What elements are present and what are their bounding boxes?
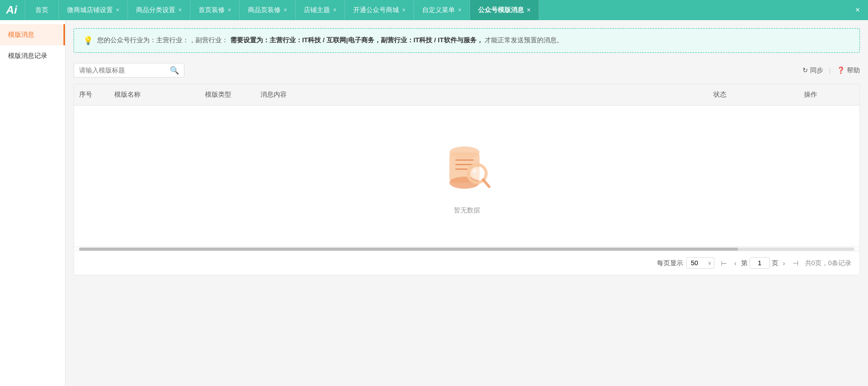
page-nav: ⊢ ‹ 第 页 › ⊣ <box>718 257 800 269</box>
nav-tab-label-shop-theme: 店铺主题 <box>304 6 330 15</box>
nav-tab-close-product-decor[interactable]: × <box>284 7 287 14</box>
search-input[interactable] <box>74 63 184 78</box>
nav-tab-close-shop-theme[interactable]: × <box>333 7 337 14</box>
logo: Ai <box>0 0 25 20</box>
page-layout: 模版消息模版消息记录 💡 您的公众号行业为：主营行业：，副营行业： 需要设置为：… <box>0 20 868 386</box>
prev-page-button[interactable]: ‹ <box>731 258 739 268</box>
empty-text: 暂无数据 <box>454 206 480 215</box>
table-col-1: 模版名称 <box>109 84 200 105</box>
per-page-label: 每页显示 <box>657 259 683 268</box>
pagination: 每页显示 50 10 20 100 ⊢ ‹ 第 页 <box>74 251 859 275</box>
notice-icon: 💡 <box>83 36 93 45</box>
nav-tab-wechat-shop[interactable]: 微商城店铺设置× <box>59 0 128 20</box>
nav-tab-custom-menu[interactable]: 自定义菜单× <box>414 0 470 20</box>
table-col-3: 消息内容 <box>255 84 708 105</box>
svg-point-9 <box>473 169 477 173</box>
svg-line-8 <box>483 180 489 187</box>
page-size-dropdown[interactable]: 50 10 20 100 <box>686 257 714 269</box>
help-icon: ❓ <box>837 66 845 74</box>
nav-tab-label-template-msg: 公众号模版消息 <box>478 6 524 15</box>
first-page-button[interactable]: ⊢ <box>718 258 729 268</box>
scrollbar-track <box>79 248 854 251</box>
nav-tab-close-open-mall[interactable]: × <box>402 7 406 14</box>
nav-tab-open-mall[interactable]: 开通公众号商城× <box>345 0 414 20</box>
empty-state: 暂无数据 <box>437 137 497 215</box>
table-col-4: 状态 <box>708 84 799 105</box>
empty-illustration <box>437 137 497 198</box>
svg-point-7 <box>471 167 484 180</box>
sync-icon: ↻ <box>803 66 808 74</box>
global-close-button[interactable]: × <box>847 6 868 15</box>
page-input[interactable] <box>750 257 770 269</box>
nav-tab-label-home-decor: 首页装修 <box>198 6 225 15</box>
nav-tab-label-product-decor: 商品页装修 <box>248 6 281 15</box>
nav-tab-home[interactable]: 首页 <box>25 0 59 20</box>
scrollbar-row[interactable] <box>74 247 859 251</box>
page-prefix: 第 <box>741 259 748 268</box>
toolbar-right: ↻ 同步 | ❓ 帮助 <box>803 66 860 75</box>
nav-tab-close-template-msg[interactable]: × <box>527 7 530 14</box>
notice-box: 💡 您的公众号行业为：主营行业：，副营行业： 需要设置为：主营行业：IT科技 /… <box>74 28 860 53</box>
sidebar-item-template-msg[interactable]: 模版消息 <box>0 24 65 45</box>
data-table: 序号模版名称模版类型消息内容状态操作 <box>74 84 860 275</box>
nav-tab-close-home-decor[interactable]: × <box>228 7 231 14</box>
search-icon[interactable]: 🔍 <box>170 66 179 75</box>
table-col-0: 序号 <box>74 84 109 105</box>
nav-tab-close-product-category[interactable]: × <box>178 7 182 14</box>
sync-button[interactable]: ↻ 同步 <box>803 66 823 75</box>
nav-tab-label-product-category: 商品分类设置 <box>136 6 175 15</box>
nav-tab-close-custom-menu[interactable]: × <box>458 7 461 14</box>
sidebar-item-template-msg-record[interactable]: 模版消息记录 <box>0 45 65 66</box>
nav-tab-close-wechat-shop[interactable]: × <box>116 7 119 14</box>
page-total: 共0页，0条记录 <box>805 259 851 268</box>
table-col-2: 模版类型 <box>200 84 255 105</box>
table-col-5: 操作 <box>799 84 859 105</box>
scrollbar-thumb <box>79 248 738 251</box>
sidebar: 模版消息模版消息记录 <box>0 20 65 386</box>
nav-tab-shop-theme[interactable]: 店铺主题× <box>296 0 345 20</box>
help-button[interactable]: ❓ 帮助 <box>837 66 860 75</box>
nav-tab-product-category[interactable]: 商品分类设置× <box>128 0 190 20</box>
per-page-select: 每页显示 50 10 20 100 <box>657 257 714 269</box>
table-header: 序号模版名称模版类型消息内容状态操作 <box>74 84 859 106</box>
notice-text: 您的公众号行业为：主营行业：，副营行业： 需要设置为：主营行业：IT科技 / 互… <box>97 36 563 45</box>
main-content: 💡 您的公众号行业为：主营行业：，副营行业： 需要设置为：主营行业：IT科技 /… <box>65 20 868 386</box>
next-page-button[interactable]: › <box>780 258 788 268</box>
search-input-wrap: 🔍 <box>74 63 184 78</box>
nav-tab-label-custom-menu: 自定义菜单 <box>422 6 455 15</box>
last-page-button[interactable]: ⊣ <box>790 258 801 268</box>
top-nav: Ai 首页微商城店铺设置×商品分类设置×首页装修×商品页装修×店铺主题×开通公众… <box>0 0 868 20</box>
nav-tab-label-wechat-shop: 微商城店铺设置 <box>67 6 113 15</box>
search-bar: 🔍 ↻ 同步 | ❓ 帮助 <box>74 63 860 78</box>
nav-tab-template-msg[interactable]: 公众号模版消息× <box>470 0 539 20</box>
page-size-wrap: 50 10 20 100 <box>686 257 714 269</box>
nav-tab-home-decor[interactable]: 首页装修× <box>190 0 240 20</box>
nav-tab-product-decor[interactable]: 商品页装修× <box>240 0 296 20</box>
divider: | <box>829 66 831 74</box>
nav-tab-label-open-mall: 开通公众号商城 <box>353 6 399 15</box>
nav-tab-label-home: 首页 <box>35 6 48 15</box>
table-body: 暂无数据 <box>74 106 859 247</box>
page-suffix: 页 <box>772 259 778 268</box>
